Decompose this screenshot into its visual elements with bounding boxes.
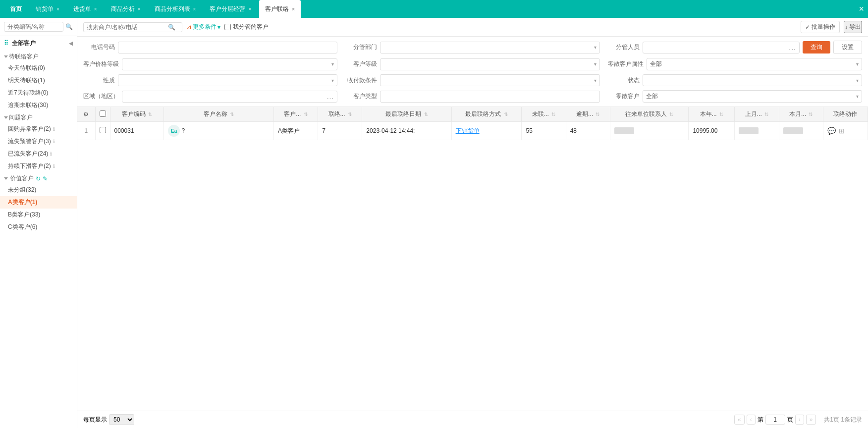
sidebar-search-input[interactable] [4,22,63,32]
settings-icon[interactable]: ⚙ [83,111,89,118]
value-edit-icon[interactable]: ✎ [43,175,48,182]
qrcode-action-icon[interactable]: ⊞ [839,127,845,135]
phone-input[interactable] [118,42,337,54]
cust-type-input[interactable] [380,91,599,103]
col-this-year[interactable]: 本年... ⇅ [689,107,735,122]
value-expand-icon[interactable] [4,177,8,180]
sidebar-item-7days[interactable]: 近7天待联络(0) [0,87,77,99]
row-checkbox[interactable] [100,127,106,133]
col-last-method[interactable]: 最后联络方式 ⇅ [451,107,522,122]
filter-row-payment: 收付款条件 ▾ [345,74,599,86]
nav-tab-analysis[interactable]: 商品分析 × [105,0,147,18]
sidebar-item-overdue[interactable]: 逾期未联络(30) [0,99,77,111]
col-this-month[interactable]: 本月... ⇅ [779,107,823,122]
nav-tab-customer-segment[interactable]: 客户分层经营 × [204,0,257,18]
price-grade-down: ▾ [331,61,334,67]
status-down: ▾ [856,78,859,83]
col-last-date[interactable]: 最后联络日期 ⇅ [362,107,451,122]
filter-search-box: 🔍 [83,22,182,32]
nature-down: ▾ [331,78,334,83]
manager-input[interactable]: ... [643,42,800,54]
sidebar-item-churned[interactable]: 已流失客户(24) ℹ [0,148,77,160]
col-settings[interactable]: ⚙ [77,107,95,122]
problem-expand-icon[interactable] [4,116,8,119]
close-customer-contact-icon[interactable]: × [292,6,295,12]
close-analysis-list-icon[interactable]: × [193,6,196,12]
close-analysis-icon[interactable]: × [138,6,141,12]
dept-label: 分管部门 [345,43,377,52]
col-contact-count[interactable]: 联络... ⇅ [318,107,362,122]
select-all-checkbox[interactable] [100,110,106,117]
payment-label: 收付款条件 [345,76,377,85]
nav-tab-sales[interactable]: 销货单 × [30,0,65,18]
col-code[interactable]: 客户编码 ⇅ [110,107,164,122]
col-last-month[interactable]: 上月... ⇅ [735,107,779,122]
payment-select[interactable]: ▾ [380,74,599,86]
status-select[interactable]: ▾ [643,74,862,86]
my-customers-check-input[interactable] [224,24,231,30]
my-customers-checkbox[interactable]: 我分管的客户 [224,23,269,31]
last-month-sort-icon: ⇅ [764,111,768,117]
value-refresh-icon[interactable]: ↻ [36,175,41,182]
nav-tab-purchase[interactable]: 进货单 × [67,0,103,18]
sidebar-item-class-a[interactable]: A类客户(1) [0,196,77,209]
sidebar-collapse-icon[interactable]: ◀ [69,41,73,46]
cust-grade-select[interactable]: ▾ [380,58,599,70]
first-page-button[interactable]: « [734,415,745,425]
page-size-select[interactable]: 10 20 50 100 [109,414,134,425]
close-sales-icon[interactable]: × [56,6,59,12]
filter-more-chevron: ▾ [217,24,220,31]
sidebar-item-churn-warning[interactable]: 流失预警客户(3) ℹ [0,135,77,148]
col-name[interactable]: 客户名称 ⇅ [164,107,274,122]
sidebar-item-class-b[interactable]: B类客户(33) [0,209,77,221]
sidebar-item-repurchase-abnormal[interactable]: 回购异常客户(2) ℹ [0,123,77,135]
sidebar-item-tomorrow[interactable]: 明天待联络(1) [0,74,77,87]
sidebar-item-today[interactable]: 今天待联络(0) [0,62,77,74]
row-checkbox-cell[interactable] [95,122,110,140]
chat-action-icon[interactable]: 💬 [827,127,836,135]
overdue-sort-icon: ⇅ [596,111,599,117]
sidebar-search-icon[interactable]: 🔍 [65,23,73,30]
retail-attr-select[interactable]: 全部 ▾ [647,58,862,70]
export-button[interactable]: ↓ 导出 [844,21,862,33]
settings-button[interactable]: 设置 [833,41,862,54]
price-grade-select[interactable]: ▾ [122,58,337,70]
row-last-method[interactable]: 下销货单 [451,122,522,140]
row-num: 1 [77,122,95,140]
sidebar-group-problem: 问题客户 [0,111,77,123]
nature-select[interactable]: ▾ [118,74,337,86]
row-contact-person [610,122,689,140]
col-type[interactable]: 客户... ⇅ [273,107,318,122]
region-dots: ... [327,93,334,101]
filter-more-conditions[interactable]: ⊿ 更多条件 ▾ [186,23,220,31]
col-overdue[interactable]: 逾期... ⇅ [566,107,610,122]
col-contact-person[interactable]: 往来单位联系人 ⇅ [610,107,689,122]
dept-down-arrow: ▾ [594,45,597,50]
retail-cust-select[interactable]: 全部 ▾ [643,90,862,103]
sidebar-item-class-c[interactable]: C类客户(6) [0,221,77,233]
page-number-input[interactable] [765,415,785,425]
dept-select[interactable]: ▾ [380,42,599,54]
batch-operations-button[interactable]: ✓ 批量操作 [801,21,840,33]
last-page-button[interactable]: » [806,415,816,425]
region-input[interactable]: ... [122,91,337,103]
filter-search-icon[interactable]: 🔍 [168,24,175,31]
sidebar-item-declining[interactable]: 持续下滑客户(2) ℹ [0,160,77,172]
nav-tab-analysis-list[interactable]: 商品分析列表 × [149,0,202,18]
prev-page-button[interactable]: ‹ [747,415,756,425]
close-purchase-icon[interactable]: × [94,6,97,12]
close-all-icon[interactable]: × [859,4,864,14]
nav-tab-customer-contact[interactable]: 客户联络 × [259,0,301,18]
query-button[interactable]: 查询 [803,41,830,54]
sidebar-all-customers[interactable]: ⠿ 全部客户 ◀ [0,36,77,51]
content-area: 🔍 ⊿ 更多条件 ▾ 我分管的客户 ✓ 批量操作 [77,18,868,428]
sidebar-item-ungrouped[interactable]: 未分组(32) [0,184,77,196]
sidebar-all-customers-label: ⠿ 全部客户 [4,39,36,48]
nav-tab-home[interactable]: 首页 [4,0,28,18]
col-checkbox[interactable] [95,107,110,122]
close-customer-segment-icon[interactable]: × [248,6,251,12]
next-page-button[interactable]: › [795,415,804,425]
filter-search-input[interactable] [87,24,166,31]
col-no-contact[interactable]: 未联... ⇅ [522,107,566,122]
pending-expand-icon[interactable] [4,55,8,58]
